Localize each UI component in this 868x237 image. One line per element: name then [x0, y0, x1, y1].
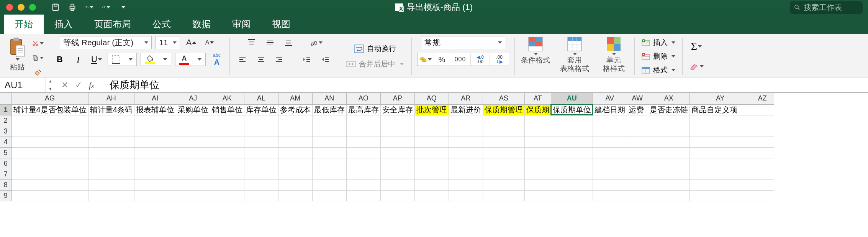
cell-AP5[interactable] [380, 147, 414, 158]
cell-AI3[interactable] [134, 126, 176, 137]
cut-button[interactable] [32, 38, 44, 49]
cell-AR2[interactable] [449, 115, 483, 126]
cell-AX5[interactable] [648, 147, 689, 158]
name-box[interactable]: AU1 [0, 77, 46, 92]
row-header-5[interactable]: 5 [0, 147, 11, 158]
redo-icon[interactable] [102, 3, 110, 12]
cell-AN7[interactable] [312, 169, 346, 179]
cell-AU9[interactable] [551, 190, 593, 201]
cell-AR7[interactable] [449, 169, 483, 179]
cell-AW6[interactable] [627, 158, 648, 169]
cancel-formula-button[interactable]: ✕ [61, 80, 68, 90]
increase-decimal-button[interactable]: ◀.0.00 [470, 53, 490, 66]
cell-AI5[interactable] [134, 147, 176, 158]
cell-AT3[interactable] [524, 126, 551, 137]
column-header-AX[interactable]: AX [648, 93, 689, 104]
cell-AL8[interactable] [244, 179, 278, 190]
cell-AR5[interactable] [449, 147, 483, 158]
cell-AW1[interactable]: 运费 [627, 104, 648, 115]
column-header-AZ[interactable]: AZ [751, 93, 774, 104]
column-header-AI[interactable]: AI [134, 93, 176, 104]
cell-AZ7[interactable] [751, 169, 774, 179]
comma-button[interactable]: 000 [450, 53, 470, 66]
cell-AY4[interactable] [689, 137, 751, 147]
cell-AU3[interactable] [551, 126, 593, 137]
cell-AU4[interactable] [551, 137, 593, 147]
bold-button[interactable]: B [52, 53, 67, 66]
cell-AY3[interactable] [689, 126, 751, 137]
cell-AI4[interactable] [134, 137, 176, 147]
cell-AY6[interactable] [689, 158, 751, 169]
cell-AU7[interactable] [551, 169, 593, 179]
cell-AS9[interactable] [483, 190, 524, 201]
cell-AH1[interactable]: 辅计量4条码 [88, 104, 134, 115]
font-name-combo[interactable]: 等线 Regular (正文) [60, 36, 152, 49]
spreadsheet-grid[interactable]: AGAHAIAJAKALAMANAOAPAQARASATAUAVAWAXAYAZ… [0, 93, 868, 237]
cell-AR9[interactable] [449, 190, 483, 201]
cell-AI9[interactable] [134, 190, 176, 201]
cell-AS4[interactable] [483, 137, 524, 147]
cell-AZ2[interactable] [751, 115, 774, 126]
column-header-AV[interactable]: AV [593, 93, 627, 104]
clear-button[interactable] [688, 60, 705, 73]
cell-AV8[interactable] [593, 179, 627, 190]
tab-开始[interactable]: 开始 [4, 15, 44, 34]
cell-AT1[interactable]: 保质期 [524, 104, 551, 115]
maximize-window-button[interactable] [29, 4, 36, 11]
minimize-window-button[interactable] [18, 4, 25, 11]
cell-AZ5[interactable] [751, 147, 774, 158]
row-header-6[interactable]: 6 [0, 158, 11, 169]
cell-AK7[interactable] [210, 169, 244, 179]
row-header-2[interactable]: 2 [0, 115, 11, 126]
cell-AZ3[interactable] [751, 126, 774, 137]
cell-AX4[interactable] [648, 137, 689, 147]
cell-AO7[interactable] [346, 169, 380, 179]
cell-AY9[interactable] [689, 190, 751, 201]
font-size-combo[interactable]: 11 [156, 36, 180, 49]
cell-AH7[interactable] [88, 169, 134, 179]
cell-AJ9[interactable] [176, 190, 210, 201]
column-header-AJ[interactable]: AJ [176, 93, 210, 104]
cell-AW4[interactable] [627, 137, 648, 147]
cell-AO2[interactable] [346, 115, 380, 126]
cell-AK1[interactable]: 销售单位 [210, 104, 244, 115]
cell-AO9[interactable] [346, 190, 380, 201]
cell-AN1[interactable]: 最低库存 [312, 104, 346, 115]
cell-AX7[interactable] [648, 169, 689, 179]
cell-AL6[interactable] [244, 158, 278, 169]
column-header-AU[interactable]: AU [551, 93, 593, 104]
cell-AN4[interactable] [312, 137, 346, 147]
column-header-AP[interactable]: AP [380, 93, 414, 104]
cell-AX6[interactable] [648, 158, 689, 169]
cell-AI7[interactable] [134, 169, 176, 179]
cell-AO8[interactable] [346, 179, 380, 190]
currency-button[interactable] [418, 53, 434, 66]
cell-AS6[interactable] [483, 158, 524, 169]
tab-视图[interactable]: 视图 [261, 15, 301, 34]
cell-AY5[interactable] [689, 147, 751, 158]
cell-AZ6[interactable] [751, 158, 774, 169]
cell-AU1[interactable]: 保质期单位 [551, 104, 593, 115]
close-window-button[interactable] [6, 4, 13, 11]
cell-AX1[interactable]: 是否走冻链 [648, 104, 689, 115]
cell-AI1[interactable]: 报表辅单位 [134, 104, 176, 115]
column-header-AM[interactable]: AM [278, 93, 312, 104]
save-icon[interactable] [51, 3, 60, 12]
cell-AX8[interactable] [648, 179, 689, 190]
cell-AG8[interactable] [11, 179, 88, 190]
column-header-AS[interactable]: AS [483, 93, 524, 104]
column-header-AW[interactable]: AW [627, 93, 648, 104]
cell-AQ3[interactable] [414, 126, 449, 137]
cell-AY2[interactable] [689, 115, 751, 126]
wrap-text-button[interactable]: 自动换行 [352, 43, 398, 54]
cell-AY1[interactable]: 商品自定义项 [689, 104, 751, 115]
cell-AP1[interactable]: 安全库存 [380, 104, 414, 115]
cell-AQ7[interactable] [414, 169, 449, 179]
cell-AO3[interactable] [346, 126, 380, 137]
cell-AU6[interactable] [551, 158, 593, 169]
column-header-AT[interactable]: AT [524, 93, 551, 104]
align-bottom-button[interactable] [281, 36, 296, 49]
cell-AN9[interactable] [312, 190, 346, 201]
cell-AY7[interactable] [689, 169, 751, 179]
insert-cells-button[interactable]: 插入 [640, 37, 677, 48]
